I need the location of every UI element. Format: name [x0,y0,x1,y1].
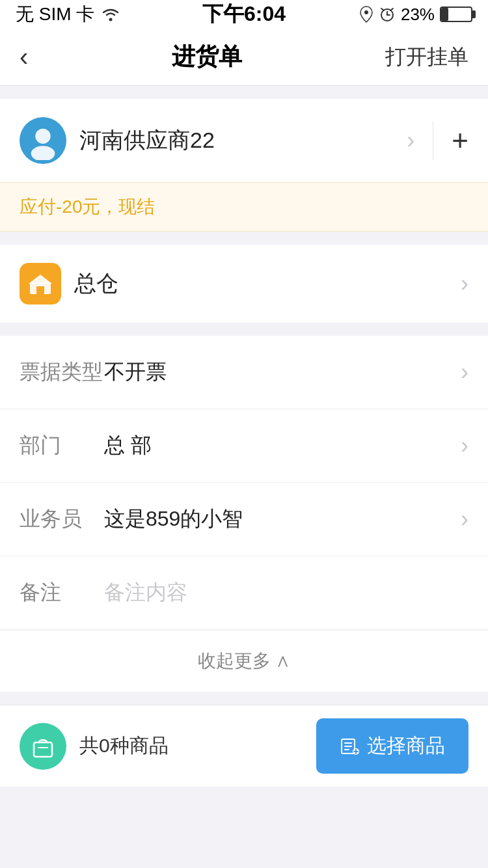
svg-point-0 [109,18,113,21]
svg-rect-11 [36,286,44,294]
status-time: 下午6:04 [202,0,286,29]
page-title: 进货单 [172,41,242,73]
notice-bar: 应付-20元，现结 [0,182,488,232]
invoice-type-label: 票据类型 [20,358,104,387]
section-gap-1 [0,86,488,99]
invoice-type-chevron-icon: › [461,359,468,386]
svg-point-7 [35,129,50,144]
alarm-icon [379,5,396,23]
svg-line-6 [390,8,393,10]
svg-point-8 [31,146,55,160]
svg-marker-10 [29,275,52,284]
invoice-type-value: 不开票 [104,358,461,387]
user-icon [23,121,62,160]
warehouse-chevron-icon: › [461,270,468,297]
carrier-label: 无 SIM 卡 [16,2,94,27]
vertical-divider [433,121,433,160]
supplier-chevron-icon: › [407,127,414,154]
salesperson-row[interactable]: 业务员 这是859的小智 › [0,483,488,556]
remark-input[interactable]: 备注内容 [104,578,468,607]
svg-line-5 [381,8,384,10]
svg-rect-12 [34,742,52,757]
product-icon-wrap [20,723,66,770]
supplier-actions: › + [407,121,468,160]
collapse-label: 收起更多 ∧ [198,649,291,673]
gray-fill [0,787,488,868]
location-icon [359,5,373,23]
warehouse-row[interactable]: 总仓 › [0,245,488,323]
department-row[interactable]: 部门 总 部 › [0,409,488,483]
warehouse-icon [27,271,53,297]
notice-text: 应付-20元，现结 [20,197,155,217]
section-gap-2 [0,232,488,245]
open-pending-button[interactable]: 打开挂单 [385,43,468,72]
salesperson-label: 业务员 [20,505,104,534]
department-label: 部门 [20,431,104,460]
select-product-icon [340,736,360,757]
warehouse-icon-wrap [20,263,61,305]
product-bag-icon [30,733,56,759]
warehouse-name: 总仓 [74,269,461,299]
select-product-button[interactable]: 选择商品 [316,718,468,774]
section-gap-3 [0,323,488,336]
battery-icon [440,7,472,22]
back-button[interactable]: ‹ [20,42,28,72]
product-bar: 共0种商品 选择商品 [0,705,488,787]
nav-bar: ‹ 进货单 打开挂单 [0,29,488,86]
avatar [20,117,66,164]
form-card: 票据类型 不开票 › 部门 总 部 › 业务员 这是859的小智 › 备注 备注… [0,336,488,692]
salesperson-chevron-icon: › [461,506,468,533]
warehouse-card[interactable]: 总仓 › [0,245,488,323]
select-product-label: 选择商品 [367,733,445,759]
svg-point-1 [364,10,368,14]
supplier-row[interactable]: 河南供应商22 › + [0,99,488,182]
remark-row[interactable]: 备注 备注内容 [0,556,488,630]
collapse-row[interactable]: 收起更多 ∧ [0,630,488,692]
supplier-name: 河南供应商22 [79,126,407,156]
status-right: 23% [359,5,472,25]
status-left: 无 SIM 卡 [16,2,122,27]
remark-label: 备注 [20,578,104,607]
battery-percent: 23% [401,5,435,25]
department-chevron-icon: › [461,432,468,459]
salesperson-value: 这是859的小智 [104,505,461,534]
wifi-icon [100,7,122,22]
supplier-card: 河南供应商22 › + 应付-20元，现结 [0,99,488,232]
status-bar: 无 SIM 卡 下午6:04 23% [0,0,488,29]
department-value: 总 部 [104,431,461,460]
add-supplier-button[interactable]: + [452,126,468,155]
invoice-type-row[interactable]: 票据类型 不开票 › [0,336,488,409]
product-count: 共0种商品 [79,733,316,759]
